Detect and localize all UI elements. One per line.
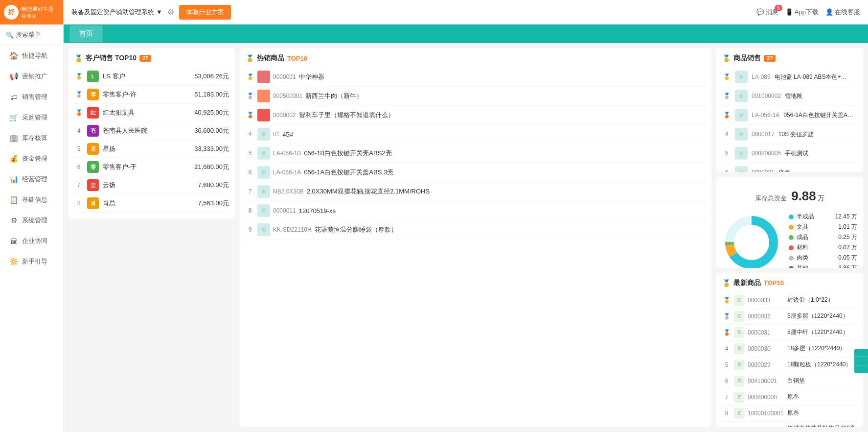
trial-button[interactable]: 体验行业方案 <box>179 5 231 20</box>
sidebar-item-base-info[interactable]: 📋 基础信息 <box>0 190 63 210</box>
product-image-placeholder: 图 <box>257 204 270 217</box>
sidebar-item-corp-collab[interactable]: 🏛 企业协同 <box>0 231 63 251</box>
hot-product-item: 🥇 0000001 中华神器 <box>246 68 706 87</box>
top-products-right-card: 🏅 商品销售 27 🥇 图 LA-089 电池盖 LA-089 ABS本色+黑种… <box>716 48 863 172</box>
rank-number: 🥇 <box>722 297 731 304</box>
search-menu-button[interactable]: 🔍 搜索菜单 <box>4 28 59 41</box>
customer-avatar: 红 <box>87 107 99 119</box>
legend-name: 文具 <box>797 223 835 231</box>
product-code: LA-089 <box>752 73 771 80</box>
top-customers-title: 🏅 客户销售 TOP10 27 <box>74 54 229 63</box>
customer-value: 36,600.00元 <box>194 126 229 135</box>
rank-number: 5 <box>722 150 731 157</box>
sidebar-item-purchase[interactable]: 🛒 采购管理 <box>0 107 63 128</box>
hot-product-item: 5 图 LA-056-1B 056-1B白色按键开关壳ABS2壳 <box>246 144 706 163</box>
legend-value: 0.25 万 <box>838 233 857 241</box>
customer-avatar: 肖 <box>87 197 99 209</box>
sidebar-item-new-guide[interactable]: 🔆 新手引导 <box>0 251 63 272</box>
product-thumb: 图 <box>735 90 748 102</box>
customer-avatar: L <box>87 71 99 82</box>
rank-number: 7 <box>74 182 83 189</box>
sidebar-item-label: 采购管理 <box>22 113 47 122</box>
product-name: 056-1B白色按键开关壳ABS2壳 <box>304 149 706 158</box>
sidebar-item-marketing[interactable]: 📢 营销推广 <box>0 66 63 87</box>
customer-rank-item: 5 星 星扬 33,333.00元 <box>74 140 229 158</box>
new-products-card: 🏅 最新商品 TOP10 🥇 图 0000033 封边带（1.0*22） 🥈 图… <box>716 273 863 427</box>
sidebar-search-area[interactable]: 🔍 搜索菜单 <box>0 24 63 46</box>
legend-color <box>789 245 794 250</box>
new-product-thumb: 图 <box>734 360 745 370</box>
float-button[interactable]: 直播 <box>854 365 868 373</box>
rank-number: 5 <box>74 145 83 152</box>
sidebar-item-operations[interactable]: 📊 经营管理 <box>0 169 63 190</box>
product-code: 0000011 <box>273 207 296 214</box>
product-name: 电池盖 LA-089 ABS本色+黑种 7.1克 <box>775 73 848 81</box>
legend-item: 肉类 -0.05 万 <box>789 253 857 263</box>
rank-number: 7 <box>246 188 254 195</box>
purchase-icon: 🛒 <box>9 113 18 122</box>
new-product-name: 白钢垫 <box>787 377 857 385</box>
hot-product-item: 6 图 LA-056-1A 056-1A白色按键开关盖ABS 3壳 <box>246 163 706 182</box>
product-code: 0000017 <box>752 131 775 138</box>
new-product-item: 🥇 图 0000033 封边带（1.0*22） <box>722 292 857 309</box>
new-product-name: 封边带（1.0*22） <box>787 296 857 304</box>
rank-number: 4 <box>74 127 83 134</box>
hot-products-card: 🏅 热销商品 TOP10 🥇 0000001 中华神器 🥈 000500001 … <box>240 48 711 427</box>
legend-value: 1.01 万 <box>838 223 857 231</box>
sidebar-item-sys-mgmt[interactable]: ⚙ 系统管理 <box>0 210 63 231</box>
legend-item: 其他 -3.86 万 <box>789 263 857 268</box>
system-select[interactable]: 装备及固定资产辅助管理系统 ▼ <box>71 8 162 17</box>
app-label: App下载 <box>795 8 819 17</box>
new-product-thumb: 图 <box>734 392 745 403</box>
sidebar-item-quick-nav[interactable]: 🏠 快捷导航 <box>0 46 63 66</box>
customer-name: 星扬 <box>103 144 190 153</box>
sidebar-item-sales[interactable]: 🏷 销售管理 <box>0 87 63 107</box>
tab-home[interactable]: 首页 <box>69 25 103 42</box>
new-product-item: 5 图 0000029 18颗粒板（1220*2440） <box>722 357 857 373</box>
product-name: 10S 变扭罗旋 <box>778 130 852 139</box>
float-button[interactable]: 服务社区 <box>854 357 868 365</box>
product-name: 花语萌恒温分腿睡袋（厚款） <box>315 225 706 234</box>
sidebar-item-label: 新手引导 <box>22 257 47 266</box>
message-badge: 6 <box>775 5 782 11</box>
product-thumb: 图 <box>735 128 748 141</box>
message-button[interactable]: 💬 消息 6 <box>756 8 778 17</box>
sidebar: 好 畅捷通好生意 标准版 🔍 搜索菜单 🏠 快捷导航 📢 营销推广 🏷 销售管理… <box>0 0 64 432</box>
settings-icon[interactable]: ⚙ <box>167 7 174 17</box>
product-name: 雪地靴 <box>785 92 857 100</box>
sidebar-item-label: 快捷导航 <box>22 51 47 60</box>
fire-icon: 🏅 <box>246 54 254 62</box>
product-code: NB2.0X30B <box>273 188 304 195</box>
inventory-icon: 🏢 <box>9 134 18 143</box>
product-name: 12070519-xs <box>299 207 706 215</box>
product-image <box>257 90 270 102</box>
sys-mgmt-icon: ⚙ <box>9 216 18 225</box>
top-products-right-title: 🏅 商品销售 27 <box>722 54 857 63</box>
logo-text: 畅捷通好生意 标准版 <box>22 5 54 19</box>
donut-chart-container: 半成品 12.45 万 文具 1.01 万 成品 0.25 万 材料 0.07 … <box>722 208 857 268</box>
corp-collab-icon: 🏛 <box>9 237 18 245</box>
new-product-thumb: 图 <box>734 343 745 354</box>
product-code: KK-SD22110H <box>273 226 312 233</box>
new-products-list: 🥇 图 0000033 封边带（1.0*22） 🥈 图 0000032 5厘多层… <box>722 292 857 427</box>
app-download-button[interactable]: 📱 App下载 <box>785 8 819 17</box>
top-product-right-item: 5 图 000800005 手机测试 <box>722 144 857 163</box>
new-product-name: 18多层（1220*2440） <box>787 344 857 353</box>
rank-number: 8 <box>246 207 254 214</box>
sidebar-item-label: 销售管理 <box>22 93 47 101</box>
sidebar-item-inventory[interactable]: 🏢 库存核算 <box>0 128 63 148</box>
new-product-code: 0000033 <box>748 297 784 304</box>
product-image-placeholder: 图 <box>257 185 270 198</box>
sidebar-item-finance[interactable]: 💰 资金管理 <box>0 148 63 169</box>
float-button[interactable]: 客服热线 <box>854 349 868 357</box>
customer-name: 肖总 <box>103 199 194 208</box>
inventory-legend: 半成品 12.45 万 文具 1.01 万 成品 0.25 万 材料 0.07 … <box>789 212 857 268</box>
medal-icon-right: 🏅 <box>722 54 731 62</box>
content-right: 🏅 商品销售 27 🥇 图 LA-089 电池盖 LA-089 ABS本色+黑种… <box>716 48 863 427</box>
hot-product-item: 🥉 0000002 智利车子里（规格不知道填什么） <box>246 106 706 125</box>
product-image-placeholder: 图 <box>257 223 270 236</box>
online-service-button[interactable]: 👤 在线客服 <box>825 8 860 17</box>
customer-name: LS 客户 <box>103 72 190 81</box>
new-product-code: 0000032 <box>748 313 784 320</box>
hot-product-item: 🥈 000500001 新西兰牛肉（新牛） <box>246 87 706 106</box>
